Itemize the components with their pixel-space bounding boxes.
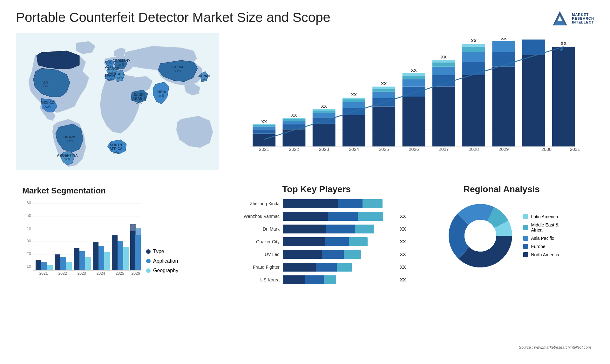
svg-text:JAPAN: JAPAN	[198, 74, 210, 78]
page-title: Portable Counterfeit Detector Market Siz…	[16, 10, 330, 25]
svg-text:INDIA: INDIA	[157, 90, 166, 94]
svg-rect-57	[313, 124, 336, 146]
source-text: Source : www.marketresearchintellect.com	[519, 345, 591, 350]
svg-rect-131	[60, 257, 66, 270]
svg-text:30: 30	[27, 239, 31, 243]
svg-rect-53	[283, 119, 306, 121]
player-bar-container	[283, 250, 394, 259]
key-players-title: Top Key Players	[227, 184, 406, 194]
svg-text:2026: 2026	[409, 147, 419, 152]
donut-chart-svg	[444, 199, 517, 272]
player-bar-container	[283, 275, 394, 284]
svg-rect-73	[372, 92, 395, 98]
svg-text:2021: 2021	[259, 147, 269, 152]
svg-rect-149	[135, 228, 141, 235]
svg-text:2022: 2022	[289, 147, 299, 152]
svg-text:xx%: xx%	[67, 139, 73, 143]
svg-rect-136	[85, 257, 91, 270]
svg-rect-130	[55, 254, 60, 270]
svg-rect-134	[74, 248, 79, 270]
svg-rect-50	[283, 129, 306, 146]
main-bar-chart-svg: 2021 XX 2022 XX 2023 XX	[243, 38, 585, 164]
page-container: Portable Counterfeit Detector Market Siz…	[0, 0, 610, 364]
svg-text:2025: 2025	[116, 271, 124, 276]
key-players-section: Top Key Players Zhejiang Xinda	[227, 184, 406, 351]
svg-text:XX: XX	[321, 104, 327, 109]
segmentation-section: Market Segmentation 60 50 40 30 20 10	[16, 184, 219, 351]
svg-text:2031: 2031	[570, 147, 580, 152]
svg-rect-82	[403, 73, 425, 75]
svg-rect-43	[253, 134, 275, 146]
svg-rect-107	[552, 47, 575, 146]
svg-text:XX: XX	[291, 113, 297, 118]
svg-rect-92	[462, 75, 485, 146]
svg-text:xx%: xx%	[113, 151, 119, 154]
svg-text:U.S.: U.S.	[43, 80, 49, 84]
world-map-section: CANADA xx% U.S. xx% MEXICO xx% BRAZIL xx…	[16, 33, 219, 179]
svg-rect-144	[123, 247, 129, 270]
svg-text:xx%: xx%	[175, 69, 181, 73]
svg-text:2030: 2030	[541, 147, 552, 152]
svg-rect-138	[93, 242, 98, 270]
geography-color	[146, 268, 151, 273]
svg-rect-127	[41, 262, 47, 270]
bar-chart-section: 2021 XX 2022 XX 2023 XX	[224, 33, 594, 179]
svg-text:XX: XX	[351, 92, 357, 97]
svg-rect-135	[79, 251, 85, 270]
svg-rect-106	[522, 39, 545, 55]
svg-text:CANADA: CANADA	[46, 52, 61, 56]
svg-rect-95	[462, 47, 485, 52]
svg-rect-59	[313, 113, 336, 117]
svg-text:2028: 2028	[469, 147, 479, 152]
svg-text:2025: 2025	[379, 147, 389, 152]
svg-rect-85	[432, 87, 455, 147]
svg-text:ITALY: ITALY	[115, 72, 125, 76]
svg-text:XX: XX	[501, 38, 506, 40]
svg-text:xx%: xx%	[64, 158, 71, 161]
svg-text:BRAZIL: BRAZIL	[64, 135, 77, 139]
legend-europe: Europe	[523, 244, 559, 249]
svg-text:60: 60	[27, 200, 31, 205]
svg-rect-140	[104, 252, 110, 270]
svg-rect-68	[342, 98, 365, 99]
svg-text:xx%: xx%	[119, 63, 125, 66]
svg-rect-89	[432, 60, 455, 62]
svg-text:2021: 2021	[39, 271, 48, 276]
svg-text:xx%: xx%	[107, 78, 113, 81]
logo-container: MARKET RESEARCH INTELLECT	[551, 10, 594, 27]
svg-text:U.K.: U.K.	[105, 60, 112, 64]
svg-rect-44	[253, 129, 275, 133]
svg-text:ARABIA: ARABIA	[132, 97, 146, 100]
regional-title: Regional Analysis	[412, 184, 591, 194]
svg-rect-143	[118, 241, 123, 270]
svg-rect-105	[522, 55, 545, 146]
svg-text:2023: 2023	[319, 147, 329, 152]
svg-text:2023: 2023	[78, 271, 86, 276]
svg-text:XX: XX	[261, 119, 267, 124]
svg-rect-67	[342, 99, 365, 102]
player-row: Zhejiang Xinda	[227, 199, 406, 208]
svg-rect-74	[372, 89, 395, 92]
svg-rect-132	[66, 262, 72, 270]
svg-text:2022: 2022	[58, 271, 67, 276]
svg-rect-87	[432, 67, 455, 75]
player-bar-container	[283, 212, 394, 221]
svg-text:2024: 2024	[349, 147, 359, 152]
svg-text:50: 50	[27, 213, 31, 218]
svg-text:XX: XX	[441, 55, 447, 59]
player-row: UV Led XX	[227, 250, 406, 259]
svg-text:XX: XX	[411, 68, 417, 73]
svg-rect-61	[313, 109, 336, 111]
svg-text:2024: 2024	[97, 271, 105, 276]
segmentation-title: Market Segmentation	[22, 186, 213, 196]
legend-north-america: North America	[523, 252, 559, 257]
svg-rect-54	[283, 118, 306, 119]
svg-rect-51	[283, 124, 306, 129]
segmentation-chart-svg: 60 50 40 30 20 10	[22, 200, 143, 277]
svg-rect-126	[36, 260, 41, 270]
svg-text:40: 40	[27, 226, 31, 231]
svg-rect-71	[372, 106, 395, 146]
svg-text:2026: 2026	[132, 271, 140, 276]
legend-asia-pacific: Asia Pacific	[523, 236, 559, 241]
world-map-svg: CANADA xx% U.S. xx% MEXICO xx% BRAZIL xx…	[16, 33, 219, 170]
